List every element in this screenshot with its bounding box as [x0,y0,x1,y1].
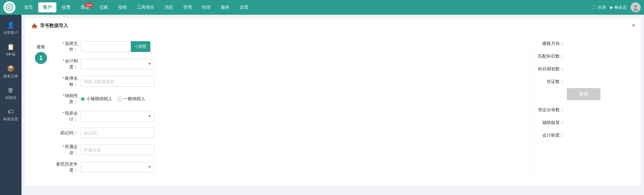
close-button[interactable]: × [632,22,635,29]
voucher-entries-label: 凭证分录数： [537,107,567,113]
nav-management[interactable]: 管理 [179,2,197,12]
nav-invoices[interactable]: 票据 new [76,2,94,12]
vouchers-label: 凭证数： [537,79,567,85]
recycle-icon: 🗑 [8,87,14,94]
all-clients-icon: 👤 [7,21,14,29]
file-row: 选择文件： +浏览 [54,41,530,53]
build-account-button[interactable]: 建账 [567,88,600,100]
import-icon: 📥 [32,23,37,28]
content-area: 📥 导爷数据导入 × 建账 1 选择文件： [21,15,644,195]
accounting-system-row: 会计制度： [537,132,631,138]
company-label: 所属企业： [54,144,81,156]
accounting-select[interactable] [81,59,154,69]
top-navigation: 首页 客户 收费 票据 new 记账 报税 工商项目 消息 管理 经营 服务 设… [0,0,644,15]
radio-general[interactable]: 一般纳税人 [118,96,145,102]
browse-button[interactable]: +浏览 [131,41,150,52]
nav-clients[interactable]: 客户 [38,2,56,12]
fullscreen-icon: ⛶ [593,5,597,10]
ref-year-select[interactable] [81,162,154,173]
nav-services[interactable]: 服务 [216,2,234,12]
ledger-name-input[interactable] [81,76,154,87]
accounting-label: 会计制度： [54,58,81,70]
build-month-label: 建账月份： [537,41,567,47]
ledger-name-row: 账簿名称： [54,75,530,87]
init-balance-row: 科目期初数： [537,66,631,72]
migrate-icon: 📦 [7,65,14,72]
fullscreen-btn[interactable]: ⛶ 全屏 [593,5,606,10]
sidebar-item-recycle[interactable]: 🗑 回收站 [0,83,21,104]
memo-label: 助记码： [54,130,81,136]
step1-label: 建账 [37,44,45,50]
tax-label: 纳税性质： [54,93,81,105]
panel: 📥 导爷数据导入 × 建账 1 选择文件： [25,18,641,186]
match-subjects-row: 匹配科目数： [537,53,631,59]
new-badge: new [85,3,93,7]
nav-settings[interactable]: 设置 [235,2,253,12]
company-row: 所属企业： [54,144,530,156]
nav-accounting[interactable]: 记账 [95,2,113,12]
vertical-divider [533,41,533,179]
aux-calc-row: 辅助核算： [537,120,631,126]
tax-row: 纳税性质： 小规模纳税人 一般纳税人 [54,93,530,105]
build-month-row: 建账月份： [537,41,631,47]
file-label: 选择文件： [54,41,81,53]
accounting-row: 会计制度： [54,58,530,70]
accountant-select[interactable] [81,111,154,122]
memo-input[interactable] [81,128,154,138]
nav-items: 首页 客户 收费 票据 new 记账 报税 工商项目 消息 管理 经营 服务 设… [19,2,593,12]
nav-business[interactable]: 工商项目 [132,2,159,12]
company-input[interactable] [81,144,154,155]
init-balance-label: 科目期初数： [537,66,567,72]
nav-fees[interactable]: 收费 [57,2,75,12]
sidebar-item-all-clients[interactable]: 👤 全部客户 [0,18,21,39]
svg-point-1 [634,5,637,8]
panel-title: 导爷数据导入 [40,23,68,29]
play-icon: ▶ [610,5,613,10]
file-input-row: +浏览 [81,41,150,52]
svg-point-2 [633,8,638,11]
ref-year-label: 参照历史年度： [54,161,81,173]
nav-tax[interactable]: 报税 [113,2,132,12]
radio-small-input[interactable] [81,97,85,101]
aux-calc-label: 辅助核算： [537,120,567,126]
sidebar-item-migrate[interactable]: 📦 账套迁移 [0,62,21,82]
accountant-row: 指派会计： [54,110,530,122]
main-layout: 👤 全部客户 📋 0申报 📦 账套迁移 🗑 回收站 🏷 标签设置 📥 导爷数据导… [0,15,644,195]
avatar[interactable] [631,2,641,12]
zero-declare-icon: 📋 [7,43,14,51]
radio-general-input[interactable] [118,97,122,101]
ref-year-row: 参照历史年度： [54,161,530,173]
panel-header: 📥 导爷数据导入 [25,18,641,34]
tags-icon: 🏷 [8,108,14,115]
memo-row: 助记码： [54,128,530,138]
nav-operations[interactable]: 经营 [197,2,215,12]
sidebar: 👤 全部客户 📋 0申报 📦 账套迁移 🗑 回收站 🏷 标签设置 [0,15,21,195]
logo [3,1,15,13]
sidebar-item-tags[interactable]: 🏷 标签设置 [0,105,21,125]
match-subjects-label: 匹配科目数： [537,53,567,59]
ledger-name-label: 账簿名称： [54,75,81,87]
member-btn[interactable]: ▶ 畅会员 [610,5,627,10]
nav-messages[interactable]: 消息 [160,2,178,12]
radio-small-scale[interactable]: 小规模纳税人 [81,96,112,102]
accounting-system-label: 会计制度： [537,132,567,138]
avatar-icon [632,4,639,11]
file-input[interactable] [81,41,131,52]
vouchers-row: 凭证数： [537,79,631,85]
form-wrapper: 建账 1 选择文件： +浏览 [25,34,641,185]
form-section: 选择文件： +浏览 会计制度： [54,41,530,179]
step-circle-1: 1 [35,52,47,64]
form-right: 建账月份： 匹配科目数： 科目期初数： 凭证数： [537,41,631,179]
logo-icon [6,4,13,11]
nav-home[interactable]: 首页 [19,2,38,12]
form-left: 建账 1 选择文件： +浏览 [35,41,530,179]
voucher-entries-row: 凭证分录数： [537,107,631,113]
sidebar-item-zero-declare[interactable]: 📋 0申报 [0,40,21,60]
tax-radio-group: 小规模纳税人 一般纳税人 [81,96,145,102]
accountant-label: 指派会计： [54,110,81,122]
nav-right: ⛶ 全屏 ▶ 畅会员 [593,2,641,12]
